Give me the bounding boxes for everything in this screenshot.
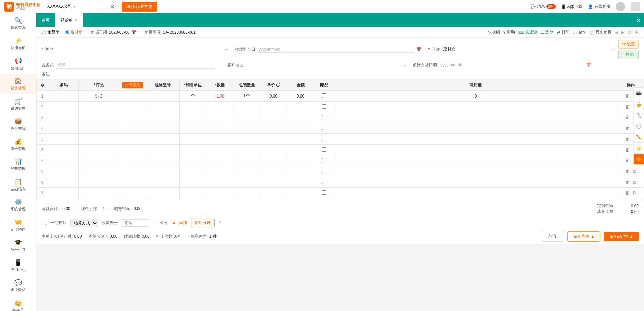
row-unit[interactable] bbox=[180, 177, 206, 188]
user-menu[interactable] bbox=[631, 2, 640, 11]
radio-sale-input[interactable] bbox=[42, 30, 46, 34]
row-unit[interactable] bbox=[180, 155, 206, 166]
row-gift[interactable] bbox=[314, 198, 334, 201]
row-spec[interactable] bbox=[146, 145, 180, 155]
float-orange[interactable]: 🔶 bbox=[633, 154, 644, 165]
help-link[interactable]: ? 帮助 bbox=[503, 29, 515, 35]
row-gift[interactable] bbox=[314, 188, 334, 198]
row-barcode[interactable] bbox=[48, 166, 79, 177]
row-goods[interactable] bbox=[79, 166, 119, 177]
row-gift[interactable] bbox=[314, 166, 334, 177]
row-price[interactable] bbox=[260, 155, 287, 166]
row-goods[interactable] bbox=[79, 177, 119, 188]
warehouse-dots-icon[interactable]: ··· bbox=[612, 47, 615, 52]
customer-input[interactable] bbox=[55, 49, 223, 50]
payment-date-input[interactable]: yyyy-mm-dd bbox=[257, 46, 415, 53]
payment-calendar-icon[interactable]: 📅 bbox=[417, 47, 422, 52]
company-selector[interactable]: XXXXXX公司 ▾ bbox=[44, 2, 104, 11]
row-pack-qty[interactable] bbox=[233, 188, 260, 198]
settings-button[interactable]: ⚙ 设置 bbox=[618, 40, 639, 49]
row-unit[interactable] bbox=[180, 112, 206, 123]
row-amount[interactable] bbox=[287, 177, 314, 188]
row-barcode[interactable] bbox=[48, 123, 79, 134]
row-pack-qty[interactable]: 1个 bbox=[233, 91, 260, 102]
question-icon[interactable]: ? bbox=[102, 206, 104, 211]
row-qty[interactable] bbox=[206, 102, 233, 112]
sidebar-item-sales[interactable]: 🏠 销售管理 bbox=[0, 74, 36, 94]
delete-icon[interactable]: 🗑 bbox=[625, 93, 630, 99]
operation-link[interactable]: … 操作 bbox=[573, 29, 586, 35]
row-barcode[interactable] bbox=[48, 102, 79, 112]
row-gift[interactable] bbox=[314, 102, 334, 112]
row-spec[interactable] bbox=[146, 177, 180, 188]
row-pack-qty[interactable] bbox=[233, 177, 260, 188]
copy-icon[interactable]: ⧉ bbox=[633, 190, 636, 196]
delete-icon[interactable]: 🗑 bbox=[625, 168, 630, 174]
select-link[interactable]: ☰ 选单 bbox=[540, 29, 553, 35]
account-input[interactable] bbox=[122, 219, 149, 227]
calendar-icon[interactable]: 📅 bbox=[131, 30, 137, 35]
col-settings-header[interactable]: ⚙ bbox=[37, 80, 48, 91]
float-clip[interactable]: 📎 bbox=[633, 110, 644, 120]
row-pack-qty[interactable] bbox=[233, 112, 260, 123]
row-qty[interactable] bbox=[206, 198, 233, 201]
salesman-input[interactable]: 选择... bbox=[56, 61, 215, 69]
row-barcode[interactable] bbox=[48, 91, 79, 102]
row-gift[interactable] bbox=[314, 112, 334, 123]
doc-number-value[interactable]: SA-20230606-001 bbox=[163, 30, 195, 35]
row-amount[interactable] bbox=[287, 102, 314, 112]
radio-sale[interactable]: 销货单 bbox=[42, 29, 60, 35]
row-qty[interactable] bbox=[206, 134, 233, 145]
one-click-checkbox[interactable] bbox=[42, 221, 46, 225]
account-dots-icon[interactable]: ··· bbox=[153, 221, 156, 225]
row-unit[interactable] bbox=[180, 123, 206, 134]
row-amount[interactable] bbox=[287, 123, 314, 134]
row-unit[interactable] bbox=[180, 198, 206, 201]
row-goods[interactable] bbox=[79, 102, 119, 112]
row-goods[interactable] bbox=[79, 112, 119, 123]
sidebar-item-appcenter[interactable]: 📱 应用中心 bbox=[0, 256, 36, 276]
scan-btn[interactable]: 扫码录入 bbox=[122, 82, 143, 88]
app-download-button[interactable]: 📱 App下载 bbox=[561, 4, 582, 9]
row-goods[interactable] bbox=[79, 155, 119, 166]
row-price[interactable] bbox=[260, 177, 287, 188]
tab-close-all-icon[interactable]: ✕ bbox=[636, 17, 641, 24]
sidebar-item-wechat[interactable]: 💬 企业微信 bbox=[0, 276, 36, 296]
row-spec[interactable] bbox=[146, 155, 180, 166]
copy-icon[interactable]: ⧉ bbox=[633, 168, 636, 174]
row-qty[interactable] bbox=[206, 155, 233, 166]
expected-calendar-icon[interactable]: 📅 bbox=[586, 63, 592, 67]
expense-split-button[interactable]: 费用分摊 bbox=[191, 219, 215, 227]
row-amount[interactable] bbox=[287, 134, 314, 145]
row-barcode[interactable] bbox=[48, 112, 79, 123]
expected-date-input[interactable]: yyyy-mm-dd bbox=[439, 62, 584, 68]
row-barcode[interactable] bbox=[48, 198, 79, 201]
customer-addr-input[interactable] bbox=[245, 64, 401, 66]
discard-button[interactable]: 放弃 bbox=[541, 231, 564, 242]
row-spec[interactable] bbox=[146, 166, 180, 177]
row-goods[interactable] bbox=[79, 123, 119, 134]
row-pack-qty[interactable] bbox=[233, 155, 260, 166]
tab-close-icon[interactable]: ✕ bbox=[75, 18, 78, 23]
float-edit[interactable]: ✏️ bbox=[633, 132, 644, 143]
row-unit[interactable] bbox=[180, 102, 206, 112]
row-spec[interactable] bbox=[146, 198, 180, 201]
row-spec[interactable] bbox=[146, 112, 180, 123]
row-spec[interactable] bbox=[146, 102, 180, 112]
row-gift[interactable] bbox=[314, 91, 334, 102]
row-unit[interactable] bbox=[180, 166, 206, 177]
print-link[interactable]: 🖨 打印 bbox=[557, 29, 570, 35]
customer-dots-icon[interactable]: ··· bbox=[225, 47, 228, 52]
calc-method-select[interactable]: 结算方式 bbox=[70, 219, 98, 227]
row-barcode[interactable] bbox=[48, 155, 79, 166]
row-qty[interactable] bbox=[206, 188, 233, 198]
row-gift[interactable] bbox=[314, 123, 334, 134]
row-pack-qty[interactable] bbox=[233, 123, 260, 134]
sidebar-item-marketing[interactable]: 📢 营销推广 bbox=[0, 54, 36, 74]
sidebar-item-inventory[interactable]: 📦 库存核算 bbox=[0, 114, 36, 134]
save-new-button[interactable]: 保存&新增 ▲ bbox=[604, 232, 639, 241]
row-amount[interactable] bbox=[287, 198, 314, 201]
row-barcode[interactable] bbox=[48, 145, 79, 155]
view-list-icon[interactable]: ≡ bbox=[628, 29, 631, 35]
sidebar-item-search[interactable]: 🔍 搜索菜单 bbox=[0, 13, 36, 34]
